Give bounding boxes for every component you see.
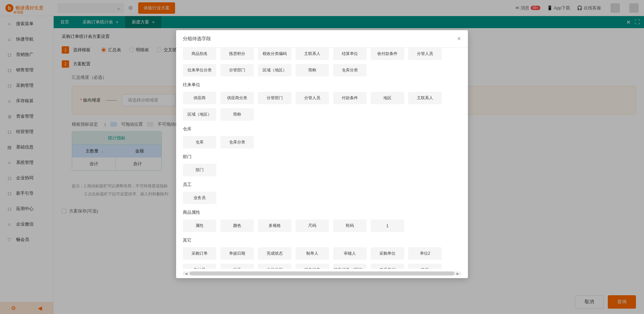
modal-body[interactable]: 商品别名拣货积分税收分类编码主联系人结算单位收付款条件分管人员 往来单位分类分管… [176,48,468,269]
field-group-title: 部门 [183,154,461,160]
scroll-left-icon[interactable]: ◀ [184,271,188,275]
field-chip[interactable]: 来源单据 [371,264,404,269]
field-chip[interactable]: 仓库分类 [220,136,254,148]
field-group: 其它采购订单单据日期完成状态制单人审核人采购单位单位2主计量批号价格类型销售订单… [183,237,461,269]
field-chip[interactable]: 商品别名 [183,48,216,60]
field-chip[interactable]: 区域（地区） [183,108,216,121]
field-chip[interactable]: 采购订单 [183,247,216,260]
field-chip[interactable]: 区域（地区） [258,64,291,76]
field-chip[interactable]: 1 [371,219,404,232]
field-chip[interactable]: 主联系人 [296,48,329,60]
field-chip[interactable]: 分管部门 [258,92,291,104]
field-group-title: 商品属性 [183,209,461,215]
field-chip[interactable]: 尺码 [296,219,329,232]
field-chip[interactable]: 销售订单 [296,264,329,269]
field-chip[interactable]: 供应商分类 [220,92,254,104]
field-chip[interactable]: 收付款条件 [371,48,404,60]
field-chip[interactable]: 颜色 [220,219,254,232]
field-chip[interactable]: 制单人 [296,247,329,260]
close-icon[interactable]: ✕ [457,36,461,42]
field-chip[interactable]: 业务员 [183,192,216,204]
scrollbar-thumb[interactable] [190,271,454,275]
field-chip[interactable]: 付款条件 [333,92,367,104]
field-chip[interactable]: 主联系人 [408,92,442,104]
field-chip[interactable]: 价格类型 [258,264,291,269]
field-chip[interactable]: 仓库 [183,136,216,148]
horizontal-scrollbar[interactable]: ◀ ▶ [183,271,461,275]
field-chip[interactable]: 单位2 [408,247,442,260]
modal-title: 分组待选字段 [183,36,211,42]
field-chip[interactable]: 多规格 [258,219,291,232]
field-chip[interactable]: 完成状态 [258,247,291,260]
field-chip[interactable]: 地区 [371,92,404,104]
field-chip[interactable]: 销售订单（明细） [333,264,367,269]
field-group: 往来单位供应商供应商分类分管部门分管人员付款条件地区主联系人区域（地区）简称 [183,82,461,121]
field-chip[interactable]: 采购单位 [371,247,404,260]
field-chip[interactable]: 往来单位分类 [183,64,216,76]
field-chip[interactable]: 分管人员 [296,92,329,104]
scroll-right-icon[interactable]: ▶ [456,271,460,275]
field-group: 商品属性属性颜色多规格尺码鞋码1 [183,209,461,232]
field-chip[interactable]: 简称 [296,64,329,76]
field-group-title: 仓库 [183,126,461,132]
field-group: 部门部门 [183,154,461,176]
field-chip[interactable]: 部门 [183,164,216,176]
field-group-title: 往来单位 [183,82,461,88]
field-group-title: 其它 [183,237,461,243]
field-chip[interactable]: 批号 [220,264,254,269]
field-chip[interactable]: 供应商 [183,92,216,104]
field-group-title: 员工 [183,182,461,188]
field-chip[interactable]: 仓库分类 [333,64,367,76]
field-group: 员工业务员 [183,182,461,204]
field-chip[interactable]: 属性 [183,219,216,232]
field-selector-modal: 分组待选字段 ✕ 商品别名拣货积分税收分类编码主联系人结算单位收付款条件分管人员… [176,30,468,278]
field-chip[interactable]: 分管人员 [408,48,442,60]
field-chip[interactable]: 结算单位 [333,48,367,60]
field-chip[interactable]: 审核人 [333,247,367,260]
field-chip[interactable]: 单据日期 [220,247,254,260]
field-chip[interactable]: 税收分类编码 [258,48,291,60]
field-chip[interactable]: 主计量 [183,264,216,269]
field-chip[interactable]: 鞋码 [333,219,367,232]
field-chip[interactable]: 项目 [408,264,442,269]
field-chip[interactable]: 拣货积分 [220,48,254,60]
field-chip[interactable]: 分管部门 [220,64,254,76]
field-chip[interactable]: 简称 [220,108,254,121]
field-group: 仓库仓库仓库分类 [183,126,461,148]
